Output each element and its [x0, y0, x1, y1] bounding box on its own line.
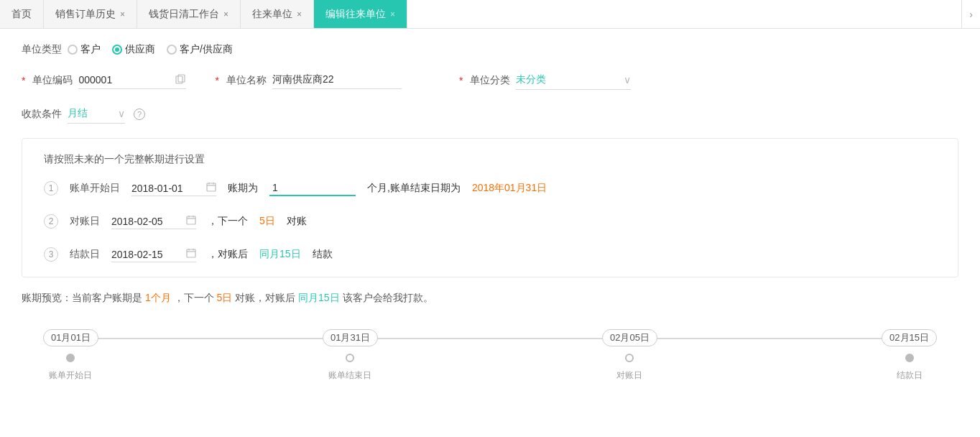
reconcile-label: 对账日	[70, 215, 100, 228]
tab-bar: 首页 销售订单历史 × 钱货日清工作台 × 往来单位 × 编辑往来单位 × ›	[0, 0, 980, 29]
timeline-label-start: 01月01日	[43, 329, 98, 346]
tab-cash-work[interactable]: 钱货日清工作台 ×	[137, 0, 241, 28]
period-mid-label: 账期为	[228, 182, 258, 195]
timeline-dot-reconcile	[625, 354, 634, 362]
radio-both-label: 客户/供应商	[180, 43, 233, 56]
payment-day: 同月15日	[259, 248, 301, 261]
preview-suffix: 该客户会给我打款。	[343, 292, 433, 303]
close-icon[interactable]: ×	[223, 10, 228, 19]
tab-more-button[interactable]: ›	[961, 0, 980, 28]
radio-both[interactable]: 客户/供应商	[167, 43, 233, 56]
unit-code-field	[78, 71, 186, 89]
unit-type-item: 单位类型 客户 供应商 客户/供应商	[22, 43, 233, 56]
timeline-label-payment: 02月15日	[882, 329, 937, 346]
bill-start-date-field	[131, 180, 216, 196]
timeline-dot-start	[66, 354, 75, 362]
preview-part2: 5日	[216, 292, 232, 303]
required-mark: *	[215, 75, 218, 86]
tab-home[interactable]: 首页	[0, 0, 44, 28]
timeline-dot-payment	[905, 354, 914, 362]
reconcile-date-field	[111, 213, 196, 229]
main-content: 单位类型 客户 供应商 客户/供应商 * 单位编码	[0, 29, 980, 437]
unit-category-item: * 单位分类 未分类 ∨	[459, 70, 631, 90]
calendar-icon[interactable]	[186, 215, 196, 227]
bill-start-date-input[interactable]	[131, 183, 203, 194]
unit-code-input[interactable]	[78, 71, 172, 88]
payment-terms-value: 月结	[68, 107, 115, 120]
unit-category-value: 未分类	[516, 73, 621, 86]
chevron-down-icon: ∨	[624, 74, 631, 86]
required-mark: *	[459, 75, 463, 86]
unit-code-label: 单位编码	[32, 74, 73, 87]
calendar-icon[interactable]	[186, 248, 196, 260]
timeline-label-reconcile: 02月05日	[602, 329, 657, 346]
unit-name-label: 单位名称	[226, 74, 267, 87]
unit-name-input[interactable]	[272, 71, 402, 89]
svg-rect-2	[207, 183, 216, 191]
unit-category-label: 单位分类	[470, 74, 510, 87]
payment-terms-item: 收款条件 月结 ∨ ?	[22, 104, 145, 124]
timeline-point-payment: 02月15日 结款日	[882, 329, 937, 382]
tab-cash-label: 钱货日清工作台	[149, 8, 219, 21]
reconcile-suffix2: 对账	[287, 215, 307, 228]
radio-supplier[interactable]: 供应商	[112, 43, 155, 56]
unit-type-label: 单位类型	[22, 43, 62, 56]
required-mark: *	[22, 75, 25, 86]
timeline-point-reconcile: 02月05日 对账日	[602, 329, 657, 382]
tab-partner[interactable]: 往来单位 ×	[241, 0, 314, 28]
reconcile-suffix: ，下一个	[208, 215, 248, 228]
period-row-3: 3 结款日 ，对账后 同月15日 结款	[44, 247, 936, 262]
calendar-icon[interactable]	[206, 182, 216, 194]
preview-prefix: 账期预览：当前客户账期是	[22, 292, 142, 303]
reconcile-day: 5日	[259, 215, 275, 228]
svg-rect-6	[187, 216, 195, 224]
timeline-sublabel-end-bill: 账单结束日	[328, 369, 371, 382]
period-num-2: 2	[44, 214, 58, 229]
radio-supplier-label: 供应商	[125, 43, 155, 56]
copy-icon[interactable]	[175, 73, 186, 87]
payment-date-field	[111, 247, 196, 262]
unit-type-row: 单位类型 客户 供应商 客户/供应商	[22, 43, 958, 56]
close-icon[interactable]: ×	[120, 10, 125, 19]
preview-text: 账期预览：当前客户账期是 1个月 ，下一个 5日 对账，对账后 同月15日 该客…	[22, 292, 958, 305]
timeline-sublabel-reconcile: 对账日	[616, 369, 642, 382]
tab-home-label: 首页	[11, 8, 32, 21]
timeline-label-end-bill: 01月31日	[323, 329, 378, 346]
period-row-2: 2 对账日 ，下一个 5日 对账	[44, 213, 936, 229]
unit-category-select[interactable]: 未分类 ∨	[516, 70, 631, 90]
payment-terms-select[interactable]: 月结 ∨	[68, 104, 125, 124]
period-months-input[interactable]	[269, 180, 356, 196]
payment-terms-row: 收款条件 月结 ∨ ?	[22, 104, 958, 124]
timeline-points: 01月01日 账单开始日 01月31日 账单结束日 02月05日 对账日 02月…	[43, 329, 937, 382]
period-num-1: 1	[44, 181, 58, 196]
chevron-down-icon: ∨	[118, 108, 125, 119]
help-icon[interactable]: ?	[134, 109, 145, 120]
bill-start-label: 账单开始日	[70, 182, 120, 195]
payment-date-input[interactable]	[111, 249, 183, 260]
period-title: 请按照未来的一个完整帐期进行设置	[44, 153, 936, 166]
preview-mid: ，下一个	[174, 292, 214, 303]
period-num-3: 3	[44, 247, 58, 262]
preview-part3: 同月15日	[298, 292, 340, 303]
payment-terms-label: 收款条件	[22, 108, 62, 121]
svg-rect-10	[187, 249, 195, 257]
close-icon[interactable]: ×	[390, 10, 395, 19]
timeline-dot-end-bill	[346, 354, 354, 362]
unit-type-radio-group: 客户 供应商 客户/供应商	[68, 43, 233, 56]
radio-customer[interactable]: 客户	[68, 43, 101, 56]
timeline-point-start: 01月01日 账单开始日	[43, 329, 98, 382]
reconcile-date-input[interactable]	[111, 216, 183, 227]
tab-edit-partner-label: 编辑往来单位	[325, 8, 386, 21]
radio-supplier-circle	[112, 45, 122, 55]
chevron-right-icon: ›	[969, 9, 973, 20]
period-row-1: 1 账单开始日 账期为 个月,账单结束日期为 2018年01月31日	[44, 180, 936, 196]
payment-suffix2: 结款	[313, 248, 333, 261]
unit-info-row: * 单位编码 * 单位名称 * 单位分类 未分类 ∨	[22, 70, 958, 90]
unit-name-item: * 单位名称	[215, 71, 401, 89]
timeline-sublabel-start: 账单开始日	[49, 369, 92, 382]
tab-edit-partner[interactable]: 编辑往来单位 ×	[314, 0, 407, 28]
tab-sales-history[interactable]: 销售订单历史 ×	[44, 0, 137, 28]
payment-label: 结款日	[70, 248, 100, 261]
close-icon[interactable]: ×	[297, 10, 302, 19]
period-settings-box: 请按照未来的一个完整帐期进行设置 1 账单开始日 账期为 个月,账单结束日期为	[22, 138, 958, 277]
